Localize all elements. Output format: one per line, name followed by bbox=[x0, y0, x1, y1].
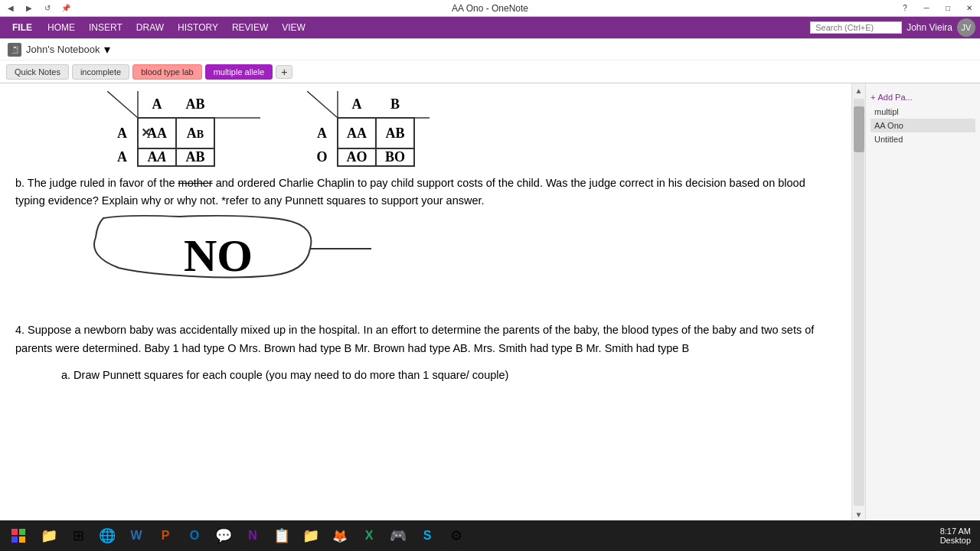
title-bar-left: ◀ ▶ ↺ 📌 bbox=[0, 1, 74, 16]
ribbon-menu: FILE HOME INSERT DRAW HISTORY REVIEW VIE… bbox=[0, 17, 980, 38]
question-4-text: 4. Suppose a newborn baby was accidental… bbox=[15, 321, 836, 357]
back-btn[interactable]: ◀ bbox=[3, 1, 18, 16]
help-btn[interactable]: ? bbox=[894, 0, 916, 17]
taskbar-browser-icon[interactable]: 🌐 bbox=[93, 522, 121, 549]
scroll-up-btn[interactable]: ▲ bbox=[852, 83, 866, 97]
scroll-track bbox=[854, 99, 864, 506]
insert-menu-btn[interactable]: INSERT bbox=[83, 21, 129, 34]
draw-menu-btn[interactable]: DRAW bbox=[130, 21, 170, 34]
tabs-bar: Quick Notes incomplete blood type lab mu… bbox=[0, 60, 980, 83]
taskbar-gear-icon[interactable]: ⚙ bbox=[443, 522, 470, 549]
punnett-squares-area: A AB A ✕AA AB A AA AB bbox=[15, 91, 836, 167]
title-bar: ◀ ▶ ↺ 📌 AA Ono - OneNote ? ─ □ ✕ bbox=[0, 0, 980, 17]
refresh-btn[interactable]: ↺ bbox=[40, 1, 55, 16]
punnett-square-2: A B A AA AB O AO BO bbox=[307, 91, 415, 167]
right-sidebar: + Add Pa... multipl AA Ono Untitled bbox=[865, 83, 980, 521]
add-page-btn[interactable]: + Add Pa... bbox=[871, 90, 975, 105]
ribbon: FILE HOME INSERT DRAW HISTORY REVIEW VIE… bbox=[0, 17, 980, 39]
question-4-para: 4. Suppose a newborn baby was accidental… bbox=[15, 321, 836, 357]
tab-quick-notes[interactable]: Quick Notes bbox=[6, 64, 69, 80]
sidebar-page-untitled[interactable]: Untitled bbox=[871, 132, 975, 146]
close-btn[interactable]: ✕ bbox=[959, 0, 980, 17]
note-canvas: A AB A ✕AA AB A AA AB bbox=[15, 91, 836, 514]
notebook-name[interactable]: John's Notebook bbox=[26, 44, 100, 55]
taskbar-chat-icon[interactable]: 💬 bbox=[210, 522, 237, 549]
file-menu-btn[interactable]: FILE bbox=[5, 21, 40, 34]
question-b-text: b. The judge ruled in favor of the mothe… bbox=[15, 174, 836, 210]
start-button[interactable] bbox=[3, 522, 34, 549]
notebook-dropdown-arrow[interactable]: ▾ bbox=[104, 42, 110, 57]
taskbar-skype-icon[interactable]: S bbox=[413, 522, 441, 549]
taskbar-game-icon[interactable]: 🎮 bbox=[384, 522, 412, 549]
strikethrough-word: mother bbox=[178, 177, 213, 189]
minimize-btn[interactable]: ─ bbox=[916, 0, 937, 17]
taskbar-powerpoint-icon[interactable]: P bbox=[152, 522, 179, 549]
review-menu-btn[interactable]: REVIEW bbox=[226, 21, 274, 34]
view-menu-btn[interactable]: VIEW bbox=[276, 21, 312, 34]
history-menu-btn[interactable]: HISTORY bbox=[172, 21, 224, 34]
add-icon: + bbox=[871, 93, 875, 102]
pin-btn[interactable]: 📌 bbox=[58, 1, 74, 16]
user-name: John Vieira bbox=[906, 22, 952, 33]
content-area: A AB A ✕AA AB A AA AB bbox=[0, 83, 851, 521]
taskbar-windows-icon[interactable]: ⊞ bbox=[64, 522, 92, 549]
taskbar-time: 8:17 AM bbox=[940, 527, 971, 536]
scroll-down-btn[interactable]: ▼ bbox=[852, 507, 866, 521]
scroll-thumb[interactable] bbox=[854, 106, 864, 152]
tab-incomplete[interactable]: incomplete bbox=[72, 64, 129, 80]
taskbar-outlook-icon[interactable]: O bbox=[181, 522, 208, 549]
sidebar-page-aa-ono[interactable]: AA Ono bbox=[871, 119, 975, 132]
home-menu-btn[interactable]: HOME bbox=[41, 21, 81, 34]
question-4a-text: a. Draw Punnett squares for each couple … bbox=[61, 367, 836, 384]
taskbar-onenote-icon[interactable]: N bbox=[239, 522, 266, 549]
svg-rect-7 bbox=[11, 529, 18, 535]
tab-add[interactable]: + bbox=[276, 65, 292, 79]
search-input[interactable] bbox=[810, 21, 902, 34]
taskbar-excel-icon[interactable]: X bbox=[355, 522, 383, 549]
notebook-icon: 📓 bbox=[8, 43, 21, 57]
answer-bubble-svg bbox=[80, 210, 387, 287]
add-page-label: Add Pa... bbox=[877, 93, 912, 102]
notebook-header: 📓 John's Notebook ▾ bbox=[0, 39, 980, 60]
scroll-bar[interactable]: ▲ ▼ bbox=[851, 83, 865, 521]
window-controls: ? ─ □ ✕ bbox=[894, 0, 980, 16]
app-title: AA Ono - OneNote bbox=[452, 3, 528, 14]
system-clock: 8:17 AM Desktop bbox=[940, 527, 971, 545]
forward-btn[interactable]: ▶ bbox=[21, 1, 37, 16]
svg-rect-9 bbox=[11, 536, 18, 543]
svg-rect-8 bbox=[19, 529, 25, 535]
windows-logo-icon bbox=[11, 528, 26, 543]
svg-rect-10 bbox=[19, 536, 25, 543]
taskbar-word-icon[interactable]: W bbox=[122, 522, 150, 549]
sidebar-page-multipl[interactable]: multipl bbox=[871, 105, 975, 119]
avatar: JV bbox=[957, 18, 975, 37]
punnett-square-1: A AB A ✕AA AB A AA AB bbox=[107, 91, 215, 167]
taskbar-files-icon[interactable]: 📁 bbox=[297, 522, 325, 549]
taskbar-calendar-icon[interactable]: 📋 bbox=[268, 522, 296, 549]
tab-blood-type-lab[interactable]: blood type lab bbox=[132, 64, 202, 80]
tab-multiple-allele[interactable]: multiple allele bbox=[205, 64, 273, 80]
taskbar-right: 8:17 AM Desktop bbox=[940, 527, 977, 545]
maximize-btn[interactable]: □ bbox=[937, 0, 959, 17]
taskbar-folder-icon[interactable]: 📁 bbox=[35, 522, 63, 549]
answer-no-area: NO bbox=[92, 222, 836, 298]
taskbar: 📁 ⊞ 🌐 W P O 💬 N 📋 📁 🦊 X 🎮 S ⚙ 8:17 AM De… bbox=[0, 520, 980, 551]
user-info: John Vieira JV bbox=[810, 18, 975, 37]
taskbar-firefox-icon[interactable]: 🦊 bbox=[326, 522, 354, 549]
taskbar-date: Desktop bbox=[940, 536, 971, 545]
question-4a-para: a. Draw Punnett squares for each couple … bbox=[61, 367, 836, 384]
